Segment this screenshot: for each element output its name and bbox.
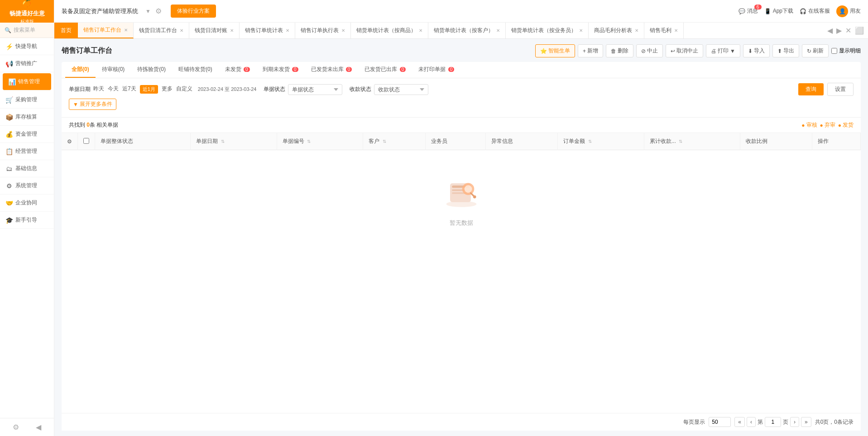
tab-sales-staff[interactable]: 销货单统计表（按业务员） ✕ [506, 23, 589, 38]
status-select[interactable]: 单据状态 [288, 84, 342, 95]
col-amount[interactable]: 订单金额 ⇅ [558, 133, 644, 150]
industry-btn[interactable]: 体验行业方案 [171, 5, 216, 18]
subtab-all[interactable]: 全部(0) [65, 62, 96, 78]
subtab-pending-audit[interactable]: 待审核(0) [96, 62, 131, 78]
sidebar-item-basic[interactable]: 🗂 基础信息 [0, 160, 54, 177]
tab-close-icon[interactable]: ✕ [635, 28, 638, 33]
tab-sales-workbench[interactable]: 销售订单工作台 ✕ [78, 23, 134, 38]
tab-close-icon[interactable]: ✕ [496, 28, 500, 33]
tab-sales-customer[interactable]: 销货单统计表（按客户） ✕ [428, 23, 506, 38]
subtab-shipped-warehoused[interactable]: 已发货已出库 0 [358, 62, 412, 78]
sidebar-item-guide[interactable]: 🎓 新手引导 [0, 212, 54, 229]
tab-sales-exec[interactable]: 销售订单执行表 ✕ [295, 23, 351, 38]
settings-icon[interactable]: ⚙ [13, 423, 19, 431]
tab-cash-daily[interactable]: 钱货日清工作台 ✕ [134, 23, 189, 38]
sidebar-item-system[interactable]: ⚙ 系统管理 [0, 177, 54, 194]
page-prev-btn[interactable]: ‹ [747, 417, 756, 427]
tab-close-icon[interactable]: ✕ [579, 28, 583, 33]
tab-close-icon[interactable]: ✕ [180, 28, 183, 33]
sidebar-item-inventory[interactable]: 📦 库存核算 [0, 109, 54, 126]
payment-select[interactable]: 收款状态 [374, 84, 428, 95]
sidebar-item-finance[interactable]: 💰 资金管理 [0, 126, 54, 143]
page-first-btn[interactable]: « [734, 417, 745, 427]
select-all-checkbox[interactable] [83, 138, 89, 144]
sidebar-item-purchase[interactable]: 🛒 采购管理 [0, 91, 54, 109]
sort-number-icon[interactable]: ⇅ [307, 139, 311, 144]
sort-amount-icon[interactable]: ⇅ [588, 139, 592, 144]
tab-maximize-icon[interactable]: ⬜ [854, 26, 865, 35]
tab-cash-reconcile[interactable]: 钱货日清对账 ✕ [189, 23, 240, 38]
cancel-stop-btn[interactable]: ↩ 取消中止 [666, 44, 703, 57]
tab-close-icon[interactable]: ✕ [341, 28, 345, 33]
tab-home[interactable]: 首页 [54, 23, 78, 38]
add-btn[interactable]: + 新增 [578, 44, 603, 57]
subtab-shipped-not-warehoused[interactable]: 已发货未出库 0 [305, 62, 359, 78]
delete-btn[interactable]: 🗑 删除 [606, 44, 633, 57]
expand-filter-btn[interactable]: ▼ 展开更多条件 [69, 99, 116, 110]
ship-action-btn[interactable]: ● 发货 [838, 121, 854, 129]
tab-scroll-right-icon[interactable]: ▶ [835, 26, 843, 35]
collapse-icon[interactable]: ◀ [36, 423, 41, 431]
date-today[interactable]: 今天 [108, 85, 119, 94]
tab-sales-product[interactable]: 销货单统计表（按商品） ✕ [351, 23, 428, 38]
settings-btn[interactable]: 设置 [827, 83, 854, 96]
online-service-btn[interactable]: 🎧 在线客服 [800, 7, 830, 15]
date-more[interactable]: 更多 [162, 85, 173, 94]
date-7days[interactable]: 近7天 [122, 85, 136, 94]
page-input[interactable] [765, 417, 781, 427]
print-btn[interactable]: 🖨 打印 ▼ [706, 44, 740, 57]
tab-close-icon[interactable]: ✕ [419, 28, 422, 33]
tab-close-icon[interactable]: ✕ [230, 28, 234, 33]
tab-profit[interactable]: 商品毛利分析表 ✕ [589, 23, 644, 38]
show-detail-checkbox[interactable]: 显示明细 [831, 47, 861, 55]
sidebar-item-sales[interactable]: 📊 销售管理 [3, 73, 51, 90]
sidebar-item-enterprise[interactable]: 🤝 企业协同 [0, 194, 54, 212]
subtab-overdue-not-shipped[interactable]: 到期未发货 0 [256, 62, 305, 78]
sidebar-item-marketing[interactable]: 📢 营销推广 [0, 55, 54, 72]
user-menu-btn[interactable]: 👤 用友 [836, 5, 861, 17]
tab-close-icon[interactable]: ✕ [286, 28, 289, 33]
audit-action-btn[interactable]: ● 审核 [801, 121, 817, 129]
tab-close-icon[interactable]: ✕ [674, 28, 678, 33]
refresh-btn[interactable]: ↻ 刷新 [802, 44, 829, 57]
subtab-wangpu-pending[interactable]: 旺铺待发货(0) [172, 62, 219, 78]
query-btn[interactable]: 查询 [798, 83, 824, 95]
sidebar-search[interactable]: 🔍 搜索菜单 [0, 23, 54, 38]
stop-btn[interactable]: ⊘ 中止 [636, 44, 663, 57]
date-custom[interactable]: 自定义 [176, 85, 192, 94]
export-btn[interactable]: ⬆ 导出 [772, 44, 799, 57]
sort-received-icon[interactable]: ⇅ [679, 139, 682, 144]
sidebar-item-operations[interactable]: 📋 经营管理 [0, 143, 54, 160]
page-next-btn[interactable]: › [790, 417, 799, 427]
page-last-btn[interactable]: » [801, 417, 811, 427]
subtab-not-printed[interactable]: 未打印单据 0 [412, 62, 460, 78]
topbar-settings-icon[interactable]: ⚙ [155, 7, 162, 15]
show-detail-input[interactable] [831, 48, 837, 54]
app-download-btn[interactable]: 📱 App下载 [764, 7, 793, 15]
tab-close-all-icon[interactable]: ✕ [844, 26, 853, 35]
revoke-action-btn[interactable]: ● 弃审 [820, 121, 835, 129]
tab-close-icon[interactable]: ✕ [124, 28, 128, 33]
smart-btn[interactable]: ⭐ 智能生单 [535, 44, 575, 57]
col-number[interactable]: 单据编号 ⇅ [277, 133, 363, 150]
import-btn[interactable]: ⬇ 导入 [743, 44, 770, 57]
sort-date-icon[interactable]: ⇅ [221, 139, 225, 144]
col-settings[interactable]: ⚙ [62, 133, 78, 150]
date-yesterday[interactable]: 昨天 [93, 85, 104, 94]
col-date[interactable]: 单据日期 ⇅ [191, 133, 277, 150]
col-received[interactable]: 累计收款... ⇅ [644, 133, 740, 150]
sidebar-item-quick-nav[interactable]: ⚡ 快捷导航 [0, 38, 54, 55]
tab-scroll-left-icon[interactable]: ◀ [826, 26, 834, 35]
subtab-not-shipped[interactable]: 未发货 0 [219, 62, 256, 78]
dropdown-arrow-icon[interactable]: ▼ [145, 8, 151, 14]
page-size-select[interactable]: 50 10 20 100 [709, 417, 731, 427]
subtab-pending-inspect[interactable]: 待拣验货(0) [131, 62, 172, 78]
date-1month[interactable]: 近1月 [140, 85, 158, 94]
data-actions: ● 审核 ● 弃审 ● 发货 [801, 121, 854, 129]
col-customer[interactable]: 客户 ⇅ [363, 133, 426, 150]
messages-btn[interactable]: 💬 消息 6 [739, 7, 758, 15]
sort-customer-icon[interactable]: ⇅ [383, 139, 386, 144]
tab-sales-more[interactable]: 销售毛利 ✕ [644, 23, 684, 38]
tab-sales-stat[interactable]: 销售订单统计表 ✕ [240, 23, 295, 38]
col-check[interactable] [78, 133, 95, 150]
